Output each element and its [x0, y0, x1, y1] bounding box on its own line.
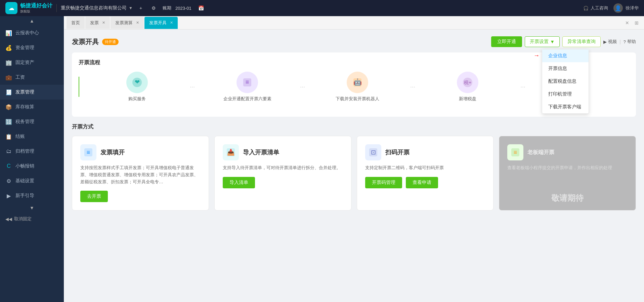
tab-fapiao-kaiju-close[interactable]: ✕: [170, 21, 173, 25]
method-btn-import[interactable]: 导入清单: [223, 177, 255, 188]
sidebar-item-gongzi[interactable]: 💼 工资: [0, 70, 64, 85]
jichushezhi-icon: ⚙: [5, 178, 12, 184]
process-step-4: 税+ 新增税盘: [417, 72, 519, 102]
method-btn-scan[interactable]: 开票码管理: [365, 177, 402, 188]
tab-fapiao-calc[interactable]: 发票测算 ✕: [111, 17, 144, 29]
fapiao-icon: 🧾: [5, 89, 12, 96]
sidebar-item-kucun[interactable]: 📦 库存核算: [0, 100, 64, 114]
sidebar-item-xinshouyindao[interactable]: ▶ 新手引导: [0, 188, 64, 203]
svg-text:⊡: ⊡: [371, 149, 376, 156]
sidebar-item-jiezhang[interactable]: 📋 结账: [0, 129, 64, 144]
sidebar-item-label: 库存核算: [15, 104, 34, 110]
method-header-scan: ⊡ 扫码开票: [365, 144, 485, 160]
process-arrow-4: ···: [519, 83, 527, 90]
gongzi-icon: 💼: [5, 74, 12, 81]
company-selector[interactable]: 重庆畅捷交通信息咨询有限公司 ▼: [61, 5, 133, 11]
logo-name: 畅捷通好会计: [20, 2, 52, 9]
user-avatar: 👤: [613, 3, 623, 13]
top-bar-left: ☁ 畅捷通好会计 旗舰版 重庆畅捷交通信息咨询有限公司 ▼ + ⚙ 账期 202…: [5, 2, 207, 14]
tab-fapiao-close[interactable]: ✕: [102, 21, 105, 25]
method-header-fill: ≡ 发票填开: [80, 144, 201, 160]
sidebar: ▲ 📊 云报表中心 💰 资金管理 🏢 固定资产 💼 工资 🧾 发票管理: [0, 16, 64, 302]
add-icon: +: [139, 5, 142, 11]
settings-button[interactable]: ⚙: [149, 4, 159, 12]
method-header-import: 📥 导入开票清单: [223, 144, 343, 160]
method-title-boss: 老板端开票: [527, 149, 554, 156]
tab-fapiao-kaiju[interactable]: 发票开具 ✕: [144, 17, 178, 29]
sidebar-item-fapiao[interactable]: 🧾 发票管理: [0, 85, 64, 100]
user-info[interactable]: 👤 徐泽华: [613, 3, 639, 13]
support-button[interactable]: 🎧 人工咨询: [583, 5, 608, 11]
process-icon-1: ❤: [126, 72, 148, 93]
dropdown-item-kaipiaoxinxi[interactable]: 开票信息: [542, 62, 589, 75]
guidang-icon: 🗂: [5, 148, 12, 155]
sidebar-item-label: 基础设置: [15, 178, 34, 184]
tab-fapiao[interactable]: 发票 ✕: [85, 17, 110, 29]
anomaly-button[interactable]: 异常清单查询: [562, 36, 601, 47]
method-desc-scan: 支持定制开票二维码，客户端可扫码开票: [365, 164, 485, 172]
dropdown-item-peizhi[interactable]: 配置税盘信息: [542, 75, 589, 88]
activate-button[interactable]: 立即开通: [491, 36, 522, 47]
svg-text:税+: 税+: [464, 80, 471, 85]
gudingzichan-icon: 🏢: [5, 59, 12, 66]
top-bar-right: 🎧 人工咨询 👤 徐泽华: [583, 3, 639, 13]
settings-button[interactable]: 开票设置 ▼: [525, 36, 560, 47]
sidebar-item-shuiwu[interactable]: 🔢 税务管理: [0, 114, 64, 129]
status-badge: 待开通: [102, 39, 119, 45]
settings-dropdown: → 企业信息 开票信息 配置税盘信息 打印机管理 下载开票客户端: [542, 49, 589, 114]
methods-grid: ≡ 发票填开 支持按照发票样式手工填开发票；可开具增值税电子普通发票、增值税普通…: [72, 136, 636, 211]
logo-box: ☁ 畅捷通好会计 旗舰版: [5, 2, 52, 14]
method-btn-scan2[interactable]: 查看申请: [406, 177, 438, 188]
period-label: 账期: [163, 5, 171, 11]
video-button[interactable]: ▶ 视频: [603, 39, 617, 45]
help-label: 帮助: [627, 39, 636, 45]
dropdown-item-qiyexinxi[interactable]: 企业信息: [542, 49, 589, 62]
svg-text:≡: ≡: [246, 79, 249, 85]
company-arrow-icon: ▼: [129, 6, 133, 10]
calendar-button[interactable]: 📅: [196, 4, 207, 12]
top-bar: ☁ 畅捷通好会计 旗舰版 重庆畅捷交通信息咨询有限公司 ▼ + ⚙ 账期 202…: [0, 0, 644, 16]
user-name: 徐泽华: [626, 5, 639, 11]
calendar-icon: 📅: [198, 5, 204, 11]
cancel-fixed-label: 取消固定: [14, 216, 32, 222]
methods-section-title: 开票方式: [72, 123, 636, 130]
sidebar-item-label: 税务管理: [15, 119, 34, 125]
add-button[interactable]: +: [137, 4, 145, 12]
separator: |: [619, 39, 621, 44]
sidebar-scroll-down[interactable]: ▼: [0, 203, 64, 213]
overlay-text: 敬请期待: [551, 193, 584, 203]
dropdown-item-xiazai[interactable]: 下载开票客户端: [542, 101, 589, 113]
sidebar-item-label: 新手引导: [15, 193, 34, 199]
method-desc-boss: 查看老板端小程序提交的开票申请，并作出相应的处理: [507, 164, 628, 172]
dropdown-item-dayinji[interactable]: 打印机管理: [542, 88, 589, 101]
sidebar-item-jichushezhi[interactable]: ⚙ 基础设置: [0, 174, 64, 188]
close-tab-button[interactable]: ✕: [622, 19, 632, 27]
process-arrow-3: ···: [409, 83, 417, 90]
sidebar-scroll-up[interactable]: ▲: [0, 16, 64, 26]
method-btn-fill[interactable]: 去开票: [80, 191, 108, 202]
sidebar-item-yunbao[interactable]: 📊 云报表中心: [0, 26, 64, 40]
dropdown-arrow-icon: ▼: [550, 39, 555, 44]
process-step-1: ❤ 购买服务: [86, 72, 188, 102]
sidebar-item-zijin[interactable]: 💰 资金管理: [0, 40, 64, 55]
tab-homepage[interactable]: 首页: [67, 17, 85, 29]
support-label: 人工咨询: [591, 5, 608, 11]
tab-bar: 首页 发票 ✕ 发票测算 ✕ 发票开具 ✕ ✕ ⊞: [64, 16, 644, 30]
method-icon-scan: ⊡: [365, 144, 381, 160]
method-icon-fill: ≡: [80, 144, 96, 160]
yunbao-icon: 📊: [5, 30, 12, 36]
expand-button[interactable]: ⊞: [632, 19, 641, 27]
process-icon-2: ≡: [237, 72, 258, 93]
sidebar-item-label: 归档管理: [15, 148, 34, 154]
method-card-scan: ⊡ 扫码开票 支持定制开票二维码，客户端可扫码开票 开票码管理 查看申请: [357, 136, 494, 211]
help-button[interactable]: ? 帮助: [624, 39, 636, 45]
sidebar-cancel-fixed[interactable]: ◀◀ 取消固定: [0, 213, 64, 225]
sidebar-item-baoxiao[interactable]: C 小畅报销: [0, 159, 64, 174]
process-arrow-1: ···: [188, 83, 196, 90]
shuiwu-icon: 🔢: [5, 118, 12, 125]
sidebar-item-gudingzichan[interactable]: 🏢 固定资产: [0, 55, 64, 70]
sidebar-item-guidang[interactable]: 🗂 归档管理: [0, 144, 64, 159]
tab-fapiao-calc-close[interactable]: ✕: [136, 21, 139, 25]
method-desc-fill: 支持按照发票样式手工填开发票；可开具增值税电子普通发票、增值税普通发票、增值税专…: [80, 164, 201, 185]
process-divider: [79, 77, 79, 97]
